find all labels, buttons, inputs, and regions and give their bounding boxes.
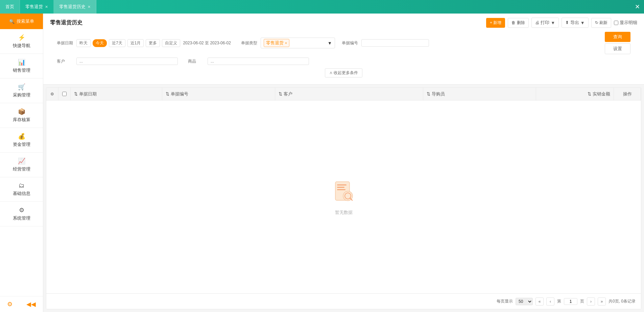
- content-area: 零售退货历史 + 新增 🗑 删除 🖨 打印 ▼ ⬆ 导出 ▼ ↻ 刷新: [43, 14, 644, 312]
- query-button[interactable]: 查询: [605, 32, 630, 42]
- sidebar-item-inventory-check[interactable]: 📦 库存核算: [0, 103, 43, 128]
- doctype-filter-label: 单据类型: [241, 40, 258, 46]
- sidebar-item-basic-info[interactable]: 🗂 基础信息: [0, 177, 43, 202]
- finance-mgmt-icon: 💰: [18, 133, 25, 140]
- date-btn-yesterday[interactable]: 昨天: [76, 39, 91, 47]
- tab-retail-return-close[interactable]: ✕: [45, 5, 48, 9]
- sidebar-item-finance-mgmt-label: 资金管理: [13, 141, 30, 148]
- refresh-button[interactable]: ↻ 刷新: [591, 18, 611, 28]
- next-page-button[interactable]: ›: [587, 297, 595, 306]
- add-button[interactable]: + 新增: [486, 18, 505, 28]
- doctype-tag: 零售退货 ×: [264, 39, 289, 47]
- date-btn-custom[interactable]: 自定义: [162, 39, 180, 47]
- docnumber-filter-field: 单据编号: [342, 39, 429, 47]
- display-detail-checkbox[interactable]: 显示明细: [614, 20, 637, 26]
- doctype-tag-label: 零售退货: [266, 40, 284, 46]
- sidebar-item-ops-mgmt-label: 经营管理: [13, 166, 30, 172]
- sidebar-item-sales-mgmt[interactable]: 📊 销售管理: [0, 54, 43, 79]
- delete-button[interactable]: 🗑 删除: [508, 18, 528, 28]
- svg-rect-2: [337, 187, 344, 188]
- date-btn-1month[interactable]: 近1月: [127, 39, 144, 47]
- export-button[interactable]: ⬆ 导出 ▼: [562, 18, 589, 28]
- sidebar-item-inventory-check-label: 库存核算: [13, 117, 30, 123]
- page-title-row: 零售退货历史 + 新增 🗑 删除 🖨 打印 ▼ ⬆ 导出 ▼ ↻ 刷新: [50, 18, 637, 28]
- th-amount-label: ⇅ 实销金额: [588, 91, 610, 97]
- doctype-select[interactable]: 零售退货 × ▼: [261, 38, 335, 48]
- sidebar-item-purchase-mgmt-label: 采购管理: [13, 92, 30, 98]
- tab-bar: 首页 零售退货 ✕ 零售退货历史 ✕: [0, 0, 635, 14]
- filter-row-1: 单据日期 昨天 今天 近7天 近1月 更多 自定义 2023-06-02 至 2…: [57, 32, 630, 54]
- svg-rect-3: [337, 189, 345, 190]
- goods-filter-field: 商品: [188, 58, 309, 65]
- date-btn-more[interactable]: 更多: [146, 39, 160, 47]
- page-title: 零售退货历史: [50, 19, 82, 26]
- page-prefix-label: 第: [557, 298, 561, 304]
- last-page-button[interactable]: »: [598, 297, 606, 306]
- docnumber-input[interactable]: [361, 39, 429, 47]
- sidebar-item-ops-mgmt[interactable]: 📈 经营管理: [0, 153, 43, 177]
- per-page-select[interactable]: 10 20 50 100: [516, 298, 533, 305]
- print-button[interactable]: 🖨 打印 ▼: [531, 18, 559, 28]
- th-date-label: ⇅ 单据日期: [74, 91, 97, 97]
- th-action-label: 操作: [623, 91, 632, 97]
- tab-home[interactable]: 首页: [0, 0, 20, 14]
- empty-text: 暂无数据: [335, 209, 353, 216]
- th-number-label: ⇅ 单据编号: [166, 91, 188, 97]
- page-total: 共0页, 0条记录: [609, 298, 636, 304]
- collapse-row: ∧ 收起更多条件: [57, 68, 630, 84]
- th-checkbox[interactable]: [58, 88, 71, 100]
- sidebar-item-finance-mgmt[interactable]: 💰 资金管理: [0, 128, 43, 153]
- inventory-check-icon: 📦: [18, 108, 25, 115]
- goods-filter-label: 商品: [188, 59, 205, 64]
- filter-section: 单据日期 昨天 今天 近7天 近1月 更多 自定义 2023-06-02 至 2…: [50, 32, 637, 84]
- sidebar-item-sys-mgmt[interactable]: ⚙ 系统管理: [0, 202, 43, 226]
- tab-retail-return-history-close[interactable]: ✕: [88, 5, 91, 9]
- window-close-button[interactable]: ✕: [635, 3, 644, 10]
- date-filter-buttons: 昨天 今天 近7天 近1月 更多 自定义: [76, 39, 180, 47]
- sidebar-item-quick-nav[interactable]: ⚡ 快捷导航: [0, 29, 43, 54]
- sidebar-item-purchase-mgmt[interactable]: 🛒 采购管理: [0, 79, 43, 103]
- customer-input[interactable]: [76, 58, 178, 65]
- sidebar: 🔍 搜索菜单 ⚡ 快捷导航 📊 销售管理 🛒 采购管理 📦 库存核算 💰 资金管…: [0, 14, 43, 312]
- purchase-mgmt-icon: 🛒: [18, 83, 25, 91]
- table-header: ⚙ ⇅ 单据日期 ⇅ 单据编号 ⇅ 客户 ⇅ 导购员 ⇅ 实销金额: [46, 88, 641, 101]
- th-settings[interactable]: ⚙: [46, 88, 58, 100]
- sidebar-item-basic-info-label: 基础信息: [13, 191, 30, 197]
- customer-filter-field: 客户: [57, 58, 178, 65]
- display-detail-label: 显示明细: [620, 20, 637, 26]
- doctype-filter-field: 单据类型 零售退货 × ▼: [241, 38, 335, 48]
- sidebar-settings-icon[interactable]: ⚙: [7, 300, 13, 308]
- sys-mgmt-icon: ⚙: [19, 206, 24, 214]
- doctype-tag-close[interactable]: ×: [285, 41, 287, 45]
- date-range-display: 2023-06-02 至 2023-06-02: [183, 40, 231, 46]
- page-number-input[interactable]: [564, 298, 577, 305]
- display-detail-input[interactable]: [614, 21, 618, 25]
- basic-info-icon: 🗂: [19, 182, 25, 189]
- svg-rect-1: [337, 184, 347, 185]
- th-action: 操作: [614, 88, 641, 100]
- th-amount: ⇅ 实销金额: [536, 88, 614, 100]
- pagination: 每页显示 10 20 50 100 « ‹ 第 页 › » 共0页, 0条记录: [46, 293, 641, 309]
- prev-page-button[interactable]: ‹: [546, 297, 554, 306]
- collapse-button[interactable]: ∧ 收起更多条件: [325, 68, 362, 77]
- goods-input[interactable]: [208, 58, 309, 65]
- tab-retail-return[interactable]: 零售退货 ✕: [20, 0, 54, 14]
- sidebar-item-quick-nav-label: 快捷导航: [13, 43, 30, 49]
- ops-mgmt-icon: 📈: [18, 157, 25, 165]
- filter-settings-button[interactable]: 设置: [605, 43, 630, 54]
- sidebar-bottom: ⚙ ◀◀: [0, 296, 43, 312]
- sidebar-sound-icon[interactable]: ◀◀: [26, 300, 36, 308]
- export-label: ⬆ 导出: [565, 20, 579, 26]
- quick-nav-icon: ⚡: [18, 34, 25, 41]
- per-page-label: 每页显示: [497, 298, 513, 304]
- first-page-button[interactable]: «: [535, 297, 544, 306]
- search-menu-button[interactable]: 🔍 搜索菜单: [0, 14, 43, 29]
- date-btn-7days[interactable]: 近7天: [109, 39, 125, 47]
- date-btn-today[interactable]: 今天: [93, 39, 107, 47]
- tab-retail-return-history[interactable]: 零售退货历史 ✕: [54, 0, 96, 14]
- select-all-checkbox[interactable]: [62, 92, 67, 96]
- toolbar: + 新增 🗑 删除 🖨 打印 ▼ ⬆ 导出 ▼ ↻ 刷新 显示明细: [486, 18, 637, 28]
- search-icon: 🔍: [9, 19, 15, 24]
- th-date: ⇅ 单据日期: [71, 88, 162, 100]
- filter-row-2: 客户 商品: [57, 58, 630, 65]
